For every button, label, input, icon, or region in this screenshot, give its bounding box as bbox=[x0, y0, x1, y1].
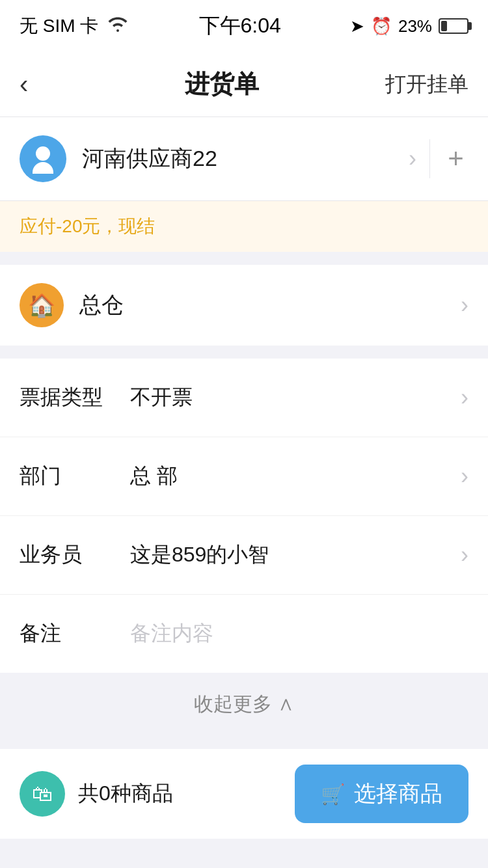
ticket-type-row[interactable]: 票据类型 不开票 › bbox=[0, 359, 488, 437]
salesman-value: 这是859的小智 bbox=[117, 541, 461, 569]
avatar-person-icon bbox=[31, 146, 55, 171]
select-btn-label: 选择商品 bbox=[354, 779, 442, 809]
salesman-chevron-icon: › bbox=[461, 541, 468, 569]
bottom-bar: 🛍 共0种商品 🛒 选择商品 bbox=[0, 749, 488, 839]
notice-banner: 应付-20元，现结 bbox=[0, 201, 488, 252]
carrier-label: 无 SIM 卡 bbox=[20, 14, 98, 38]
salesman-row[interactable]: 业务员 这是859的小智 › bbox=[0, 516, 488, 595]
add-supplier-button[interactable]: + bbox=[429, 139, 468, 178]
plus-icon: + bbox=[448, 145, 464, 172]
remark-label: 备注 bbox=[20, 619, 117, 648]
warehouse-chevron-icon: › bbox=[461, 292, 468, 319]
open-pending-button[interactable]: 打开挂单 bbox=[385, 70, 468, 99]
status-bar: 无 SIM 卡 下午6:04 ➤ ⏰ 23% bbox=[0, 0, 488, 52]
collapse-row[interactable]: 收起更多 ∧ bbox=[0, 673, 488, 736]
notice-text: 应付-20元，现结 bbox=[20, 216, 155, 236]
bag-icon: 🛍 bbox=[32, 782, 53, 806]
department-row[interactable]: 部门 总 部 › bbox=[0, 437, 488, 516]
department-chevron-icon: › bbox=[461, 463, 468, 490]
goods-count-label: 共0种商品 bbox=[78, 780, 173, 808]
time-label: 下午6:04 bbox=[199, 12, 281, 40]
collapse-label: 收起更多 ∧ bbox=[194, 691, 293, 718]
supplier-name: 河南供应商22 bbox=[82, 144, 409, 174]
goods-count-area: 🛍 共0种商品 bbox=[20, 771, 173, 817]
warehouse-name: 总仓 bbox=[79, 290, 461, 320]
department-label: 部门 bbox=[20, 462, 117, 491]
back-button[interactable]: ‹ bbox=[20, 70, 59, 99]
nav-bar: ‹ 进货单 打开挂单 bbox=[0, 52, 488, 117]
page-title: 进货单 bbox=[185, 68, 259, 101]
battery-icon bbox=[439, 18, 468, 34]
status-left: 无 SIM 卡 bbox=[20, 14, 129, 38]
battery-percent: 23% bbox=[398, 16, 432, 36]
select-btn-icon: 🛒 bbox=[321, 783, 345, 806]
department-value: 总 部 bbox=[117, 462, 461, 491]
goods-count-icon: 🛍 bbox=[20, 771, 65, 817]
select-goods-button[interactable]: 🛒 选择商品 bbox=[295, 765, 468, 823]
warehouse-icon: 🏠 bbox=[20, 283, 64, 327]
warehouse-row[interactable]: 🏠 总仓 › bbox=[0, 265, 488, 346]
ticket-type-label: 票据类型 bbox=[20, 383, 117, 412]
alarm-icon: ⏰ bbox=[371, 16, 392, 36]
supplier-avatar bbox=[20, 135, 66, 182]
wifi-icon bbox=[106, 15, 129, 38]
supplier-row[interactable]: 河南供应商22 › + bbox=[0, 117, 488, 201]
salesman-label: 业务员 bbox=[20, 541, 117, 569]
remark-input[interactable]: 备注内容 bbox=[117, 619, 468, 648]
remark-row[interactable]: 备注 备注内容 bbox=[0, 595, 488, 673]
house-icon: 🏠 bbox=[28, 292, 55, 318]
location-icon: ➤ bbox=[350, 16, 364, 36]
ticket-type-value: 不开票 bbox=[117, 383, 461, 412]
supplier-chevron-icon: › bbox=[409, 145, 416, 172]
form-section: 票据类型 不开票 › 部门 总 部 › 业务员 这是859的小智 › 备注 备注… bbox=[0, 359, 488, 673]
supplier-card: 河南供应商22 › + 应付-20元，现结 bbox=[0, 117, 488, 252]
status-right: ➤ ⏰ 23% bbox=[350, 16, 468, 36]
page-rest bbox=[0, 839, 488, 868]
ticket-type-chevron-icon: › bbox=[461, 384, 468, 411]
